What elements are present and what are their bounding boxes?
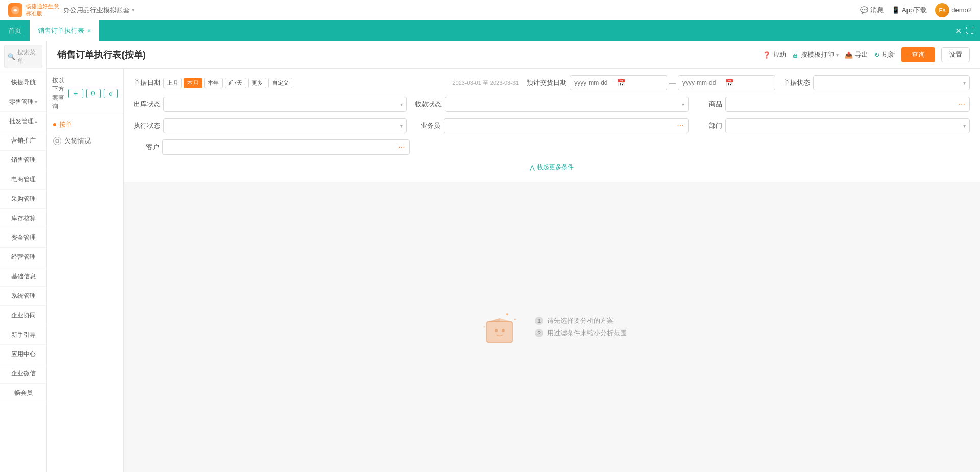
- close-window-icon[interactable]: ✕: [955, 26, 962, 36]
- expected-date-end-input[interactable]: [682, 79, 723, 86]
- dept-field: 部门 ▾: [697, 118, 970, 133]
- salesperson-picker[interactable]: ···: [444, 118, 688, 133]
- exec-select[interactable]: [163, 118, 407, 133]
- logo-text: 畅捷通好生意 标准版: [26, 3, 59, 16]
- sidebar-item-ecommerce[interactable]: 电商管理: [0, 170, 46, 190]
- customer-picker[interactable]: ···: [162, 139, 410, 155]
- exec-status-field: 执行状态 ▾: [134, 118, 407, 133]
- pill-custom[interactable]: 自定义: [268, 78, 292, 88]
- pill-this-month[interactable]: 本月: [184, 78, 202, 88]
- user-profile[interactable]: Ea demo2: [935, 3, 972, 17]
- filter-form: 单据日期 上月 本月 本年 近7天 更多 自定义 2023-03-0: [124, 69, 980, 182]
- sidebar-item-system[interactable]: 系统管理: [0, 287, 46, 306]
- query-button[interactable]: 查询: [901, 47, 935, 62]
- delivery-select[interactable]: [163, 97, 407, 112]
- pill-this-year[interactable]: 本年: [204, 78, 223, 88]
- tab-home[interactable]: 首页: [0, 20, 30, 41]
- right-content: 单据日期 上月 本月 本年 近7天 更多 自定义 2023-03-0: [124, 69, 980, 472]
- pill-last-7-days[interactable]: 近7天: [225, 78, 246, 88]
- empty-content: 1 请先选择要分析的方案 2 用过滤条件来缩小分析范围: [477, 304, 627, 350]
- dept-select[interactable]: [725, 118, 970, 133]
- left-panel: 按以下方案查询 + ⚙ « 按单 欠货情况: [47, 69, 124, 472]
- help-button[interactable]: ❓ 帮助: [763, 50, 786, 59]
- sidebar-item-retail[interactable]: 零售管理 ▾: [0, 92, 46, 112]
- delivery-select-wrap: ▾: [163, 97, 407, 112]
- sidebar-item-quick-nav[interactable]: 快捷导航: [0, 73, 46, 92]
- help-icon: ❓: [763, 51, 771, 59]
- scheme-inactive-dot: [53, 137, 61, 145]
- goods-picker[interactable]: ···: [725, 97, 970, 112]
- customer-dots-icon: ···: [398, 143, 405, 152]
- sidebar-item-marketing[interactable]: 营销推广: [0, 131, 46, 151]
- calendar-end-icon: 📅: [725, 79, 734, 87]
- exec-select-wrap: ▾: [163, 118, 407, 133]
- scheme-item-欠货情况[interactable]: 欠货情况: [47, 133, 123, 149]
- message-button[interactable]: 💬 消息: [860, 6, 884, 15]
- sidebar-item-inventory[interactable]: 库存核算: [0, 209, 46, 228]
- sidebar-item-basic-info[interactable]: 基础信息: [0, 267, 46, 287]
- payment-select[interactable]: [445, 97, 688, 112]
- date-label: 单据日期: [134, 78, 160, 87]
- expected-date-start[interactable]: 📅: [570, 75, 667, 90]
- date-range-text: 2023-03-01 至 2023-03-31: [452, 79, 519, 87]
- sidebar-item-sales[interactable]: 销售管理: [0, 151, 46, 170]
- sidebar-item-guide[interactable]: 新手引导: [0, 325, 46, 345]
- svg-rect-2: [487, 322, 512, 342]
- refresh-button[interactable]: ↻ 刷新: [874, 50, 895, 59]
- sidebar-item-member[interactable]: 畅会员: [0, 384, 46, 403]
- dept-select-wrap: ▾: [725, 118, 970, 133]
- search-menu-button[interactable]: 🔍 搜索菜单: [4, 45, 42, 68]
- status-select[interactable]: [813, 75, 970, 90]
- expected-date-start-input[interactable]: [574, 79, 615, 86]
- pill-more[interactable]: 更多: [248, 78, 266, 88]
- breadcrumb[interactable]: 办公用品行业模拟账套 ▾: [63, 6, 135, 15]
- sidebar-item-operations[interactable]: 经营管理: [0, 248, 46, 267]
- sidebar-item-wholesale[interactable]: 批发管理 ▴: [0, 112, 46, 131]
- tab-close-icon[interactable]: ×: [87, 27, 91, 34]
- sidebar: 🔍 搜索菜单 快捷导航 零售管理 ▾ 批发管理 ▴ 营销推广 销售管理 电商管理…: [0, 41, 47, 472]
- export-button[interactable]: 📤 导出: [845, 50, 868, 59]
- scheme-item-按单[interactable]: 按单: [47, 116, 123, 133]
- goods-label: 商品: [697, 100, 722, 109]
- settings-button[interactable]: 设置: [941, 47, 970, 62]
- date-pills: 上月 本月 本年 近7天 更多 自定义: [163, 78, 292, 88]
- sidebar-item-collab[interactable]: 企业协同: [0, 306, 46, 325]
- message-icon: 💬: [860, 6, 868, 14]
- sidebar-item-wechat[interactable]: 企业微信: [0, 364, 46, 384]
- print-button[interactable]: 🖨 按模板打印 ▾: [792, 50, 839, 59]
- scheme-settings-button[interactable]: ⚙: [86, 89, 101, 98]
- tab-bar: 首页 销售订单执行表 × ✕ ⛶: [0, 20, 980, 41]
- pill-last-month[interactable]: 上月: [163, 78, 182, 88]
- content-inner: 按以下方案查询 + ⚙ « 按单 欠货情况: [47, 69, 980, 472]
- sidebar-item-purchase[interactable]: 采购管理: [0, 190, 46, 209]
- top-header: 畅捷通好生意 标准版 办公用品行业模拟账套 ▾ 💬 消息 📱 App下载 Ea …: [0, 0, 980, 20]
- tab-sales-execution[interactable]: 销售订单执行表 ×: [30, 20, 99, 41]
- expand-icon[interactable]: ⛶: [966, 26, 974, 35]
- empty-text-item-2: 2 用过滤条件来缩小分析范围: [535, 328, 627, 338]
- content-area: 销售订单执行表(按单) ❓ 帮助 🖨 按模板打印 ▾ 📤 导出: [47, 41, 980, 472]
- salesperson-field: 业务员 ···: [415, 118, 688, 133]
- collapse-row: ⋀ 收起更多条件: [134, 161, 970, 176]
- customer-field: 客户 ···: [134, 139, 410, 155]
- collapse-panel-button[interactable]: «: [104, 89, 118, 98]
- svg-point-6: [484, 326, 485, 328]
- app-download-button[interactable]: 📱 App下载: [892, 6, 927, 15]
- print-dropdown-icon: ▾: [836, 52, 839, 58]
- salesperson-label: 业务员: [415, 121, 440, 130]
- refresh-icon: ↻: [874, 51, 880, 59]
- sidebar-item-fund[interactable]: 资金管理: [0, 228, 46, 248]
- salesperson-dots-icon: ···: [677, 121, 683, 130]
- expected-date-end[interactable]: 📅: [678, 75, 775, 90]
- empty-illustration: [477, 304, 523, 350]
- collapse-button[interactable]: ⋀ 收起更多条件: [530, 163, 574, 172]
- add-scheme-button[interactable]: +: [68, 89, 83, 98]
- retail-arrow-icon: ▾: [35, 99, 37, 105]
- date-separator: —: [669, 79, 676, 87]
- payment-select-wrap: ▾: [445, 97, 688, 112]
- calendar-start-icon: 📅: [617, 79, 626, 87]
- exec-status-label: 执行状态: [134, 121, 160, 130]
- filter-row-1: 单据日期 上月 本月 本年 近7天 更多 自定义 2023-03-0: [134, 75, 970, 90]
- sidebar-search-area: 🔍 搜索菜单: [0, 41, 46, 73]
- status-field: 单据状态 ▾: [783, 75, 970, 90]
- sidebar-item-app-center[interactable]: 应用中心: [0, 345, 46, 364]
